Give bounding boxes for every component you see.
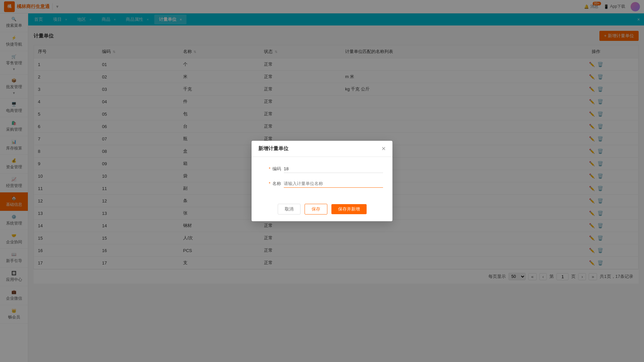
add-measure-unit-modal: 新增计量单位 ✕ * 编码 * 名称 取消 保存 保存并新增 xyxy=(252,141,392,221)
modal-close-button[interactable]: ✕ xyxy=(381,145,386,152)
code-label: * 编码 xyxy=(261,166,281,172)
name-input[interactable] xyxy=(284,180,383,188)
modal-header: 新增计量单位 ✕ xyxy=(252,141,392,157)
required-mark2: * xyxy=(269,181,270,186)
save-and-new-button[interactable]: 保存并新增 xyxy=(331,204,367,214)
save-button[interactable]: 保存 xyxy=(305,204,327,215)
required-mark: * xyxy=(269,166,270,171)
modal-title: 新增计量单位 xyxy=(258,145,288,152)
form-row-name: * 名称 xyxy=(261,180,383,188)
modal-overlay[interactable]: 新增计量单位 ✕ * 编码 * 名称 取消 保存 保存并新增 xyxy=(0,0,644,362)
name-label: * 名称 xyxy=(261,181,281,187)
form-row-code: * 编码 xyxy=(261,165,383,173)
code-input[interactable] xyxy=(284,165,383,173)
modal-body: * 编码 * 名称 xyxy=(252,157,392,200)
modal-footer: 取消 保存 保存并新增 xyxy=(252,200,392,221)
cancel-button[interactable]: 取消 xyxy=(278,204,301,215)
